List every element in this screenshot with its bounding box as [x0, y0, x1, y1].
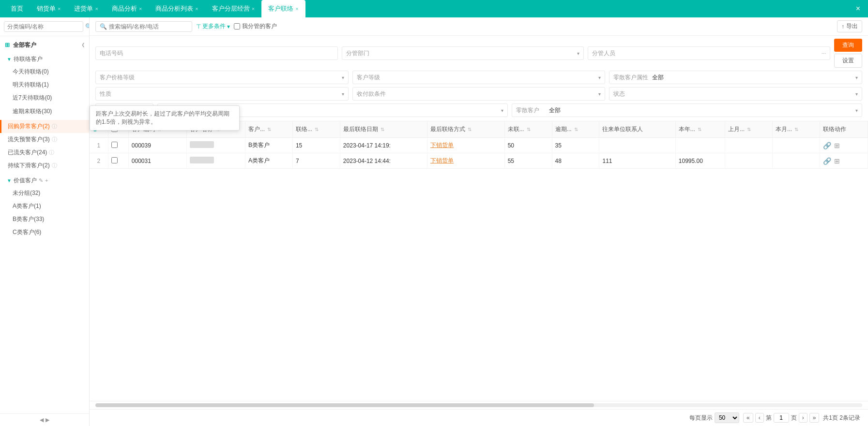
sidebar-search-input[interactable] — [4, 21, 83, 32]
sidebar-all-customers[interactable]: ⊞ 全部客户 《 — [0, 38, 89, 52]
nav-close-purchase[interactable]: × — [95, 0, 98, 17]
filter-row-2: 客户价格等级 ▾ 客户等级 ▾ 零散客户属性 全部 ▾ — [95, 71, 862, 84]
sort-this-year-icon[interactable]: ⇅ — [698, 127, 701, 132]
filter-zero-retail-attr[interactable]: 零散客户属性 全部 ▾ — [609, 71, 862, 84]
sidebar-item-overdue[interactable]: 逾期未联络(30) — [0, 105, 89, 118]
col-last-contact-date[interactable]: 最后联络日期 ⇅ — [340, 121, 427, 138]
nav-close-product-list[interactable]: × — [195, 0, 198, 17]
page-size-select[interactable]: 10 20 50 100 — [715, 412, 739, 423]
filter-payment[interactable]: 收付款条件 ▾ — [352, 87, 606, 101]
sort-date-icon[interactable]: ⇅ — [381, 127, 384, 132]
nav-item-customer-mgmt[interactable]: 客户分层经营 × — [205, 0, 261, 17]
sidebar-bottom[interactable]: ◀ ▶ — [0, 413, 89, 426]
row-method-1[interactable]: 下销货单 — [427, 138, 505, 153]
row-last-month-1 — [725, 138, 773, 153]
horizontal-scrollbar[interactable] — [90, 401, 868, 409]
filter-manager[interactable]: 分管人员 ··· — [588, 46, 830, 60]
col-contact-count[interactable]: 联络... ⇅ — [292, 121, 340, 138]
col-unlocked[interactable]: 未联... ⇅ — [504, 121, 552, 138]
info-icon-churned: ⓘ — [49, 148, 54, 157]
sidebar-item-today[interactable]: 今天待联络(0) — [0, 65, 89, 78]
sidebar-item-a-type[interactable]: A类客户(1) — [0, 200, 89, 213]
export-button[interactable]: ↑ 导出 — [837, 20, 862, 32]
nav-item-sales[interactable]: 销货单 × — [30, 0, 67, 17]
sidebar-item-declining[interactable]: 持续下滑客户(2) ⓘ — [0, 159, 89, 172]
window-close-button[interactable]: × — [852, 4, 864, 13]
row-check-2[interactable] — [108, 153, 128, 169]
page-number-input[interactable] — [774, 413, 789, 423]
sidebar-pending-header[interactable]: ▼ 待联络客户 — [0, 53, 89, 65]
sort-this-month-icon[interactable]: ⇅ — [794, 127, 798, 132]
sidebar-item-7days[interactable]: 近7天待联络(0) — [0, 91, 89, 104]
my-customers-filter[interactable]: 我分管的客户 — [234, 22, 277, 30]
row-check-1[interactable] — [108, 138, 128, 153]
my-customers-checkbox[interactable] — [234, 23, 240, 29]
col-contact-person[interactable]: 往来单位联系人 — [599, 121, 675, 138]
nav-item-home[interactable]: 首页 — [4, 0, 30, 17]
sidebar-value-header[interactable]: ▼ 价值客户 ✎ + — [0, 175, 89, 187]
sidebar-item-c-type[interactable]: C类客户(6) — [0, 226, 89, 239]
sidebar-item-b-type[interactable]: B类客户(33) — [0, 213, 89, 226]
sidebar-item-tomorrow[interactable]: 明天待联络(1) — [0, 78, 89, 91]
page-first-btn[interactable]: « — [743, 413, 753, 423]
query-button[interactable]: 查询 — [834, 39, 862, 52]
sort-contact-icon[interactable]: ⇅ — [315, 127, 319, 132]
settings-button[interactable]: 设置 — [834, 54, 862, 68]
payment-dropdown-icon: ▾ — [598, 91, 601, 97]
data-table-wrapper: ⚙ 客户编码 ⇅ 客户名称 ⇅ — [90, 121, 868, 401]
filter-more-conditions[interactable]: ⊤ 更多条件 ▾ — [196, 22, 230, 30]
value-arrow-icon: ▼ — [7, 178, 12, 183]
sidebar-item-repurchase-anomaly[interactable]: 回购异常客户(2) ⓘ — [0, 120, 89, 133]
sort-level-icon[interactable]: ⇅ — [267, 127, 271, 132]
row-name-2 — [187, 153, 245, 169]
nav-item-product-list[interactable]: 商品分析列表 × — [149, 0, 205, 17]
nav-item-customer-contact[interactable]: 客户联络 × — [261, 0, 305, 17]
sort-method-icon[interactable]: ⇅ — [468, 127, 472, 132]
add-icon[interactable]: + — [45, 177, 48, 183]
row-name-1 — [187, 138, 245, 153]
filter-gender[interactable]: 性质 ▾ — [95, 87, 349, 101]
col-overdue[interactable]: 逾期... ⇅ — [552, 121, 599, 138]
action-grid-icon-1[interactable]: ⊞ — [834, 142, 840, 149]
row-actions-2: 🔗 ⊞ — [820, 153, 868, 169]
nav-item-purchase[interactable]: 进货单 × — [67, 0, 105, 17]
action-grid-icon-2[interactable]: ⊞ — [834, 157, 840, 165]
nav-close-customer-mgmt[interactable]: × — [252, 0, 255, 17]
col-level[interactable]: 客户... ⇅ — [245, 121, 293, 138]
filter-phone[interactable]: 电话号码 — [95, 46, 338, 60]
filter-zero-customer[interactable]: 零散客户 全部 ▾ — [512, 103, 862, 117]
nav-close-product-analysis[interactable]: × — [139, 0, 142, 17]
col-last-month[interactable]: 上月... ⇅ — [725, 121, 773, 138]
col-this-year[interactable]: 本年... ⇅ — [675, 121, 725, 138]
filter-price-level[interactable]: 客户价格等级 ▾ — [95, 71, 349, 84]
page-next-btn[interactable]: › — [799, 413, 807, 423]
nav-close-customer-contact[interactable]: × — [295, 0, 298, 17]
filter-dept[interactable]: 分管部门 ▾ — [342, 46, 584, 60]
action-link-icon-1[interactable]: 🔗 — [823, 142, 831, 149]
page-prev-btn[interactable]: ‹ — [755, 413, 764, 423]
sidebar-item-churn-warning[interactable]: 流失预警客户(3) ⓘ — [0, 133, 89, 146]
action-link-icon-2[interactable]: 🔗 — [823, 157, 831, 165]
row-method-2[interactable]: 下销货单 — [427, 153, 505, 169]
sidebar-item-ungroup[interactable]: 未分组(32) — [0, 187, 89, 200]
filter-customer-level[interactable]: 客户等级 ▾ — [352, 71, 606, 84]
top-nav: 首页 销货单 × 进货单 × 商品分析 × 商品分析列表 × 客户分层经营 × … — [0, 0, 868, 17]
sort-overdue-icon[interactable]: ⇅ — [574, 127, 578, 132]
sidebar-search-icon[interactable]: 🔍 — [85, 23, 90, 30]
col-this-month[interactable]: 本月... ⇅ — [773, 121, 820, 138]
filter-search-box[interactable]: 🔍 — [95, 21, 192, 32]
row-this-year-2: 10995.00 — [675, 153, 725, 169]
filter-status[interactable]: 状态 ▾ — [609, 87, 862, 101]
nav-close-sales[interactable]: × — [58, 0, 61, 17]
sidebar-item-churned[interactable]: 已流失客户(24) ⓘ — [0, 146, 89, 159]
filter-search-input[interactable] — [109, 23, 186, 30]
nav-item-product-analysis[interactable]: 商品分析 × — [105, 0, 149, 17]
sort-last-month-icon[interactable]: ⇅ — [747, 127, 751, 132]
sidebar: 🔍 ⊞ 全部客户 《 ▼ 待联络客户 今天待联络(0) 明天待联络(1) — [0, 17, 90, 426]
customer-level-dropdown-icon: ▾ — [598, 75, 601, 80]
row-unlocked-1: 50 — [504, 138, 552, 153]
page-last-btn[interactable]: » — [809, 413, 820, 423]
col-last-contact-method[interactable]: 最后联络方式 ⇅ — [427, 121, 505, 138]
edit-icon[interactable]: ✎ — [39, 177, 43, 184]
sort-unlocked-icon[interactable]: ⇅ — [527, 127, 531, 132]
